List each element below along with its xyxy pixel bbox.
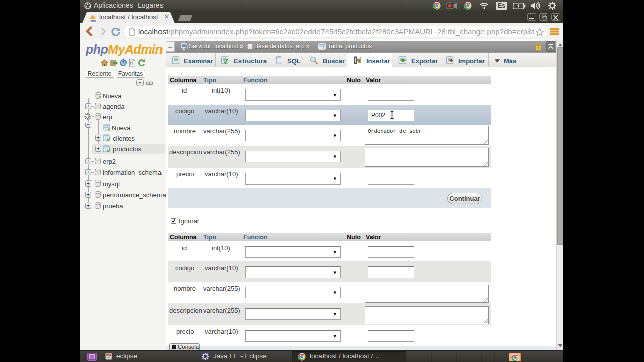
svg-text:c: c [359,59,360,62]
svg-text:?: ? [122,60,125,65]
svg-text:PMA: PMA [90,19,96,22]
